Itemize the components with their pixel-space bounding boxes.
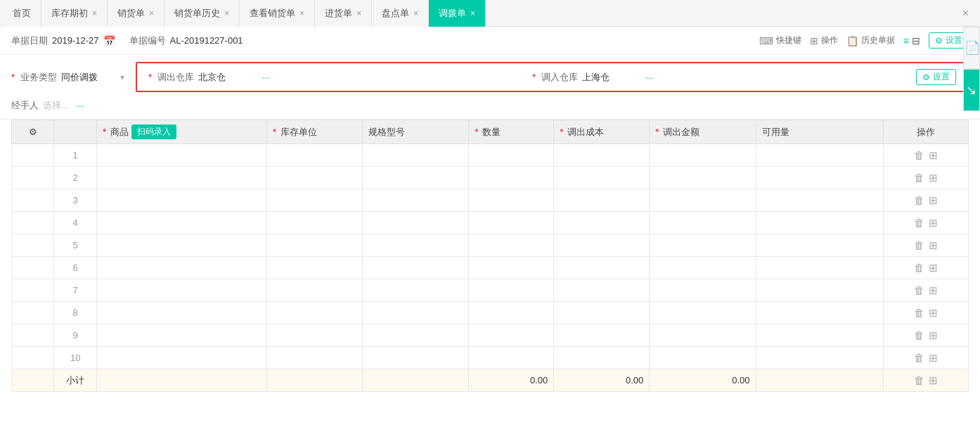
row-spec-cell[interactable] — [363, 212, 469, 234]
business-type-dropdown-arrow[interactable]: ▾ — [120, 72, 124, 82]
copy-icon[interactable]: ⊞ — [929, 262, 938, 274]
tab-inventory-count[interactable]: 盘点单 × — [372, 0, 429, 27]
operation-button[interactable]: ⊞ 操作 — [810, 34, 838, 46]
row-spec-cell[interactable] — [363, 167, 469, 189]
row-unit-cell[interactable] — [266, 347, 362, 369]
row-spec-cell[interactable] — [363, 189, 469, 212]
row-spec-cell[interactable] — [363, 347, 469, 369]
row-unit-cell[interactable] — [266, 257, 362, 279]
row-cost-cell[interactable] — [554, 167, 650, 189]
row-amount-cell[interactable] — [650, 324, 756, 347]
row-spec-cell[interactable] — [363, 234, 469, 257]
row-unit-cell[interactable] — [266, 234, 362, 257]
row-product-cell[interactable] — [96, 302, 266, 324]
box-settings-button[interactable]: ⚙ 设置 — [916, 69, 956, 85]
layout-grid-icon[interactable]: ⊟ — [912, 35, 920, 46]
row-qty-cell[interactable] — [469, 234, 554, 257]
row-qty-cell[interactable] — [469, 347, 554, 369]
row-product-cell[interactable] — [96, 279, 266, 302]
row-product-cell[interactable] — [96, 257, 266, 279]
copy-icon[interactable]: ⊞ — [929, 172, 938, 184]
row-amount-cell[interactable] — [650, 144, 756, 167]
row-qty-cell[interactable] — [469, 257, 554, 279]
copy-icon[interactable]: ⊞ — [929, 329, 938, 342]
copy-icon[interactable]: ⊞ — [929, 194, 938, 207]
tab-view-sales[interactable]: 查看销货单 × — [240, 0, 315, 27]
row-unit-cell[interactable] — [266, 279, 362, 302]
row-product-cell[interactable] — [96, 189, 266, 212]
row-amount-cell[interactable] — [650, 212, 756, 234]
row-cost-cell[interactable] — [554, 324, 650, 347]
row-cost-cell[interactable] — [554, 257, 650, 279]
copy-icon[interactable]: ⊞ — [929, 374, 938, 387]
tab-sales-order[interactable]: 销货单 × — [108, 0, 165, 27]
row-product-cell[interactable] — [96, 212, 266, 234]
tab-inventory-init-close[interactable]: × — [92, 8, 97, 18]
delete-icon[interactable]: 🗑 — [914, 374, 924, 387]
tab-purchase-order[interactable]: 进货单 × — [315, 0, 372, 27]
row-amount-cell[interactable] — [650, 279, 756, 302]
row-unit-cell[interactable] — [266, 324, 362, 347]
row-amount-cell[interactable] — [650, 234, 756, 257]
tab-view-sales-close[interactable]: × — [299, 8, 304, 18]
row-product-cell[interactable] — [96, 167, 266, 189]
sidebar-export-button[interactable]: ↗ — [963, 69, 980, 111]
row-cost-cell[interactable] — [554, 347, 650, 369]
row-amount-cell[interactable] — [650, 167, 756, 189]
row-cost-cell[interactable] — [554, 302, 650, 324]
tab-sales-history-close[interactable]: × — [224, 8, 229, 18]
delete-icon[interactable]: 🗑 — [914, 284, 924, 297]
calendar-icon[interactable]: 📅 — [103, 35, 115, 46]
row-product-cell[interactable] — [96, 234, 266, 257]
transfer-out-more[interactable]: ··· — [262, 72, 270, 83]
sidebar-doc-button[interactable]: 📄 — [963, 27, 980, 69]
row-amount-cell[interactable] — [650, 347, 756, 369]
transfer-in-more[interactable]: ··· — [645, 72, 654, 83]
row-product-cell[interactable] — [96, 144, 266, 167]
row-spec-cell[interactable] — [363, 302, 469, 324]
row-cost-cell[interactable] — [554, 212, 650, 234]
business-type-select[interactable]: 同价调拨 ▾ — [61, 71, 124, 84]
copy-icon[interactable]: ⊞ — [929, 284, 938, 297]
tab-inventory-init[interactable]: 库存期初 × — [41, 0, 108, 27]
row-cost-cell[interactable] — [554, 234, 650, 257]
row-qty-cell[interactable] — [469, 279, 554, 302]
row-amount-cell[interactable] — [650, 189, 756, 212]
delete-icon[interactable]: 🗑 — [914, 262, 924, 274]
row-unit-cell[interactable] — [266, 144, 362, 167]
scan-button[interactable]: 扫码录入 — [131, 125, 176, 139]
window-close-button[interactable]: × — [954, 7, 977, 20]
col-header-gear[interactable]: ⚙ — [12, 120, 54, 144]
delete-icon[interactable]: 🗑 — [914, 217, 924, 229]
row-spec-cell[interactable] — [363, 324, 469, 347]
copy-icon[interactable]: ⊞ — [929, 239, 938, 252]
row-spec-cell[interactable] — [363, 257, 469, 279]
row-unit-cell[interactable] — [266, 167, 362, 189]
copy-icon[interactable]: ⊞ — [929, 307, 938, 319]
row-qty-cell[interactable] — [469, 189, 554, 212]
delete-icon[interactable]: 🗑 — [914, 149, 924, 162]
row-qty-cell[interactable] — [469, 212, 554, 234]
handler-select[interactable]: 选择... — [43, 99, 69, 112]
row-qty-cell[interactable] — [469, 167, 554, 189]
tab-sales-order-close[interactable]: × — [149, 8, 154, 18]
tab-home[interactable]: 首页 — [3, 0, 41, 27]
tab-inventory-count-close[interactable]: × — [413, 8, 418, 18]
handler-more[interactable]: ··· — [76, 100, 84, 111]
row-unit-cell[interactable] — [266, 302, 362, 324]
copy-icon[interactable]: ⊞ — [929, 352, 938, 364]
row-unit-cell[interactable] — [266, 189, 362, 212]
row-product-cell[interactable] — [96, 324, 266, 347]
layout-list-icon[interactable]: ≡ — [903, 35, 909, 46]
delete-icon[interactable]: 🗑 — [914, 329, 924, 342]
row-qty-cell[interactable] — [469, 302, 554, 324]
delete-icon[interactable]: 🗑 — [914, 194, 924, 207]
row-spec-cell[interactable] — [363, 144, 469, 167]
history-button[interactable]: 📋 历史单据 — [846, 34, 895, 46]
delete-icon[interactable]: 🗑 — [914, 239, 924, 252]
delete-icon[interactable]: 🗑 — [914, 352, 924, 364]
tab-purchase-order-close[interactable]: × — [356, 8, 361, 18]
row-cost-cell[interactable] — [554, 279, 650, 302]
row-amount-cell[interactable] — [650, 302, 756, 324]
tab-transfer-order-close[interactable]: × — [470, 8, 475, 18]
